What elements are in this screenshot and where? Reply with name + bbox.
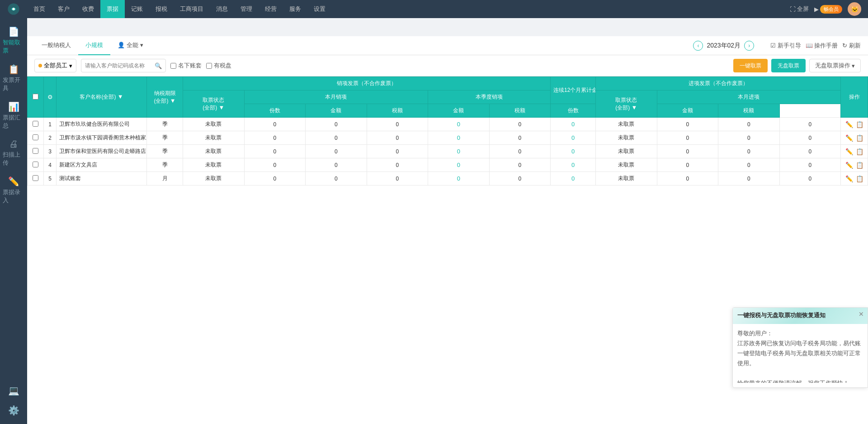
sidebar-label-summary: 票据汇总 bbox=[3, 114, 24, 130]
sidebar-label-smart: 智能取票 bbox=[3, 38, 24, 55]
manual-link[interactable]: 📖 操作手册 bbox=[806, 42, 838, 50]
refresh-link[interactable]: ↻ 刷新 bbox=[842, 42, 861, 50]
employee-label: 全部员工 bbox=[44, 62, 67, 70]
row-quarter-sale-tax: 0 bbox=[489, 145, 551, 158]
row-period: 季 bbox=[147, 145, 183, 158]
row-actions: ✏️ 📋 bbox=[841, 172, 868, 186]
settings-col-icon[interactable]: ⚙ bbox=[47, 94, 53, 100]
detail-icon[interactable]: 📋 bbox=[856, 148, 863, 155]
nav-customer[interactable]: 客户 bbox=[52, 0, 76, 18]
tab-general-taxpayer[interactable]: 一般纳税人 bbox=[34, 36, 78, 55]
row-sale-status: 未取票 bbox=[183, 118, 245, 131]
detail-icon[interactable]: 📋 bbox=[856, 162, 863, 169]
sub-tab-right: ‹ 2023年02月 › ☑ 新手引导 📖 操作手册 ↻ 刷新 bbox=[693, 41, 861, 51]
select-all-checkbox[interactable] bbox=[33, 94, 38, 100]
edit-icon[interactable]: ✏️ bbox=[845, 121, 853, 128]
tab-small-scale[interactable]: 小规模 bbox=[78, 36, 110, 55]
nav-invoice[interactable]: 票据 bbox=[100, 0, 125, 18]
one-key-ticket-btn[interactable]: 一键取票 bbox=[733, 59, 768, 72]
row-month-income-tax: 0 bbox=[779, 131, 841, 145]
row-month-sale-pcs: 0 bbox=[244, 158, 306, 172]
notification-title: 一键报税与无盘取票功能恢复通知 bbox=[737, 311, 863, 319]
row-cum12: 0 bbox=[551, 158, 596, 172]
vip-btn[interactable]: ▶ 畅会员 bbox=[814, 5, 842, 14]
row-month-income-amt: 0 bbox=[718, 158, 780, 172]
row-month-sale-tax: 0 bbox=[367, 118, 428, 131]
edit-icon[interactable]: ✏️ bbox=[845, 134, 853, 142]
nav-business[interactable]: 工商项目 bbox=[174, 0, 210, 18]
nav-tax[interactable]: 报税 bbox=[149, 0, 174, 18]
notification-text: 江苏政务网已恢复访问电子税务局功能，易代账一键登陆电子税务局与无盘取票相关功能可… bbox=[737, 338, 863, 368]
row-name: 卫辉市玖玖健合医药有限公司 bbox=[57, 118, 147, 131]
sidebar-item-monitor[interactable]: 💻 bbox=[1, 381, 26, 400]
nav-manage[interactable]: 管理 bbox=[234, 0, 259, 18]
filter-icon-income-status[interactable]: ▼ bbox=[631, 104, 637, 111]
operation-chevron bbox=[852, 62, 855, 69]
nav-service[interactable]: 服务 bbox=[283, 0, 307, 18]
tax-disk-checkbox[interactable]: 有税盘 bbox=[206, 62, 231, 70]
row-checkbox[interactable] bbox=[28, 145, 44, 158]
notification-close-btn[interactable]: ✕ bbox=[859, 310, 864, 318]
avatar[interactable]: 🐱 bbox=[848, 2, 861, 16]
main-table: ⚙ 客户名称(全部) ▼ 纳税期限(全部) ▼ 销项发票（不合作废票） 连续12… bbox=[27, 76, 868, 186]
th-income-tax: 税额 bbox=[718, 104, 780, 118]
sidebar-item-ticket-entry[interactable]: ✏️ 票据录入 bbox=[1, 172, 26, 208]
no-disk-ticket-btn[interactable]: 无盘取票 bbox=[771, 59, 806, 72]
toolbar: 全部员工 🔍 名下账套 有税盘 一键取票 无盘取票 无盘取票操作 bbox=[27, 55, 868, 76]
th-customer-name: 客户名称(全部) ▼ bbox=[57, 77, 147, 118]
row-month-income-tax: 0 bbox=[779, 118, 841, 131]
row-checkbox[interactable] bbox=[28, 158, 44, 172]
row-month-sale-pcs: 0 bbox=[244, 118, 306, 131]
sidebar-item-ticket-summary[interactable]: 📊 票据汇总 bbox=[1, 98, 26, 133]
nav-message[interactable]: 消息 bbox=[210, 0, 234, 18]
row-cum12: 0 bbox=[551, 118, 596, 131]
nav-fee[interactable]: 收费 bbox=[76, 0, 100, 18]
sidebar-item-invoice-issue[interactable]: 📋 发票开具 bbox=[1, 60, 26, 96]
edit-icon[interactable]: ✏️ bbox=[845, 162, 853, 169]
edit-icon[interactable]: ✏️ bbox=[845, 175, 853, 182]
next-month-btn[interactable]: › bbox=[744, 41, 754, 51]
nav-accounting[interactable]: 记账 bbox=[125, 0, 149, 18]
logo[interactable] bbox=[5, 0, 23, 18]
row-checkbox[interactable] bbox=[28, 118, 44, 131]
edit-icon[interactable]: ✏️ bbox=[845, 148, 853, 155]
filter-icon-period[interactable]: ▼ bbox=[170, 97, 176, 104]
tab-all-capable[interactable]: 👤 全能 bbox=[110, 36, 151, 55]
employee-select[interactable]: 全部员工 bbox=[34, 59, 76, 72]
detail-icon[interactable]: 📋 bbox=[856, 121, 863, 128]
employee-chevron bbox=[69, 62, 72, 69]
new-guide-link[interactable]: ☑ 新手引导 bbox=[770, 42, 801, 50]
detail-icon[interactable]: 📋 bbox=[856, 134, 863, 142]
search-input[interactable] bbox=[85, 62, 153, 69]
row-quarter-sale-tax: 0 bbox=[489, 172, 551, 186]
filter-icon-sale-status[interactable]: ▼ bbox=[218, 104, 224, 111]
row-month-income-amt: 0 bbox=[718, 131, 780, 145]
nav-operation[interactable]: 经营 bbox=[259, 0, 283, 18]
sidebar-item-settings[interactable]: ⚙️ bbox=[1, 401, 26, 419]
row-checkbox[interactable] bbox=[28, 172, 44, 186]
row-month-income-tax: 0 bbox=[779, 172, 841, 186]
notification-scroll[interactable]: 尊敬的用户： 江苏政务网已恢复访问电子税务局功能，易代账一键登陆电子税务局与无盘… bbox=[737, 329, 863, 383]
prev-month-btn[interactable]: ‹ bbox=[693, 41, 703, 51]
fullscreen-btn[interactable]: ⛶ 全屏 bbox=[790, 5, 809, 13]
row-quarter-sale-tax: 0 bbox=[489, 118, 551, 131]
notification-header: 一键报税与无盘取票功能恢复通知 ✕ bbox=[733, 308, 868, 324]
row-checkbox[interactable] bbox=[28, 131, 44, 145]
search-icon[interactable]: 🔍 bbox=[155, 62, 162, 69]
detail-icon[interactable]: 📋 bbox=[856, 175, 863, 182]
sub-tabs: 一般纳税人 小规模 👤 全能 ‹ 2023年02月 › ☑ 新手引导 📖 操作手… bbox=[27, 36, 868, 55]
nav-settings[interactable]: 设置 bbox=[307, 0, 332, 18]
svg-point-1 bbox=[12, 8, 15, 10]
no-disk-operation-btn[interactable]: 无盘取票操作 bbox=[809, 59, 861, 72]
th-tax-period: 纳税期限(全部) ▼ bbox=[147, 77, 183, 118]
nav-home[interactable]: 首页 bbox=[27, 0, 52, 18]
th-income-group: 进项发票（不合作废票） bbox=[596, 77, 841, 91]
filter-icon-customer[interactable]: ▼ bbox=[118, 93, 123, 100]
th-month-sale: 本月销项 bbox=[244, 91, 428, 104]
sidebar-item-smart-ticket[interactable]: 📄 智能取票 bbox=[1, 23, 26, 58]
tab-all-icon: 👤 bbox=[118, 42, 125, 48]
sidebar-item-scan-upload[interactable]: 🖨 扫描上传 bbox=[1, 135, 26, 171]
own-account-checkbox[interactable]: 名下账套 bbox=[170, 62, 202, 70]
ticket-summary-icon: 📊 bbox=[8, 101, 19, 112]
row-income-status: 未取票 bbox=[596, 172, 657, 186]
